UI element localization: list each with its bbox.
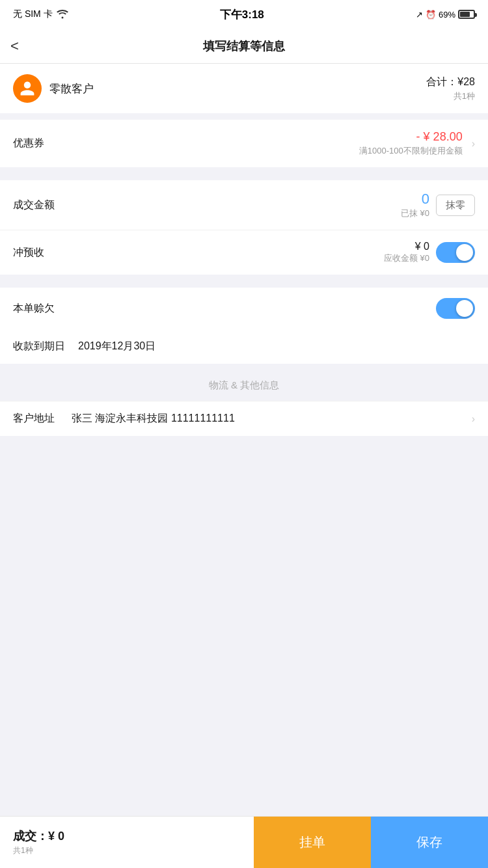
location-icon: ↗ <box>416 10 423 20</box>
bottom-bar: 成交：¥ 0 共1种 挂单 保存 <box>0 816 488 868</box>
debt-label: 本单赊欠 <box>13 302 55 316</box>
deal-amount-section: 成交金额 0 已抹 ¥0 抹零 冲预收 ¥ 0 应收金额 ¥0 <box>0 180 488 275</box>
deal-amount-value: 0 <box>401 191 429 208</box>
debt-toggle-knob <box>456 300 473 317</box>
bottom-count: 共1种 <box>13 845 241 856</box>
address-chevron-icon: › <box>472 413 475 425</box>
customer-name: 零散客户 <box>49 81 94 96</box>
due-date-value: 2019年12月30日 <box>78 340 156 353</box>
logistics-label: 物流 & 其他信息 <box>209 379 279 392</box>
battery-percent: 69% <box>439 10 455 20</box>
debt-section: 本单赊欠 收款到期日 2019年12月30日 <box>0 288 488 364</box>
coupon-desc: 满1000-100不限制使用金额 <box>359 145 463 157</box>
page-title: 填写结算等信息 <box>203 38 285 54</box>
hold-button[interactable]: 挂单 <box>254 817 371 869</box>
coupon-right: - ¥ 28.00 满1000-100不限制使用金额 › <box>359 130 475 157</box>
due-date-row: 收款到期日 2019年12月30日 <box>0 329 488 364</box>
debt-toggle[interactable] <box>436 298 475 319</box>
deal-amount-right: 0 已抹 ¥0 抹零 <box>401 191 475 219</box>
bottom-deal-label: 成交： <box>13 830 48 843</box>
customer-row: 零散客户 合计：¥28 共1种 <box>0 64 488 113</box>
toggle-knob <box>456 244 473 261</box>
total-count: 共1种 <box>426 90 475 102</box>
deal-amount-label: 成交金额 <box>13 198 55 212</box>
save-button[interactable]: 保存 <box>371 817 488 869</box>
avatar <box>13 74 42 103</box>
chevron-right-icon: › <box>472 138 475 150</box>
customer-left: 零散客户 <box>13 74 94 103</box>
back-button[interactable]: < <box>10 38 19 55</box>
section-divider-2 <box>0 281 488 288</box>
customer-summary: 合计：¥28 共1种 <box>426 75 475 102</box>
address-value: 张三 海淀永丰科技园 11111111111 <box>72 412 469 426</box>
status-time: 下午3:18 <box>220 7 264 22</box>
sim-status: 无 SIM 卡 <box>13 8 53 20</box>
prepay-value: ¥ 0 <box>384 241 429 252</box>
wifi-icon <box>57 10 68 19</box>
total-amount: 合计：¥28 <box>426 75 475 89</box>
debt-right <box>436 298 475 319</box>
address-label: 客户地址 <box>13 412 65 426</box>
bottom-deal-value: ¥ 0 <box>48 830 64 843</box>
round-zero-button[interactable]: 抹零 <box>436 195 475 216</box>
user-icon <box>19 80 36 97</box>
coupon-section[interactable]: 优惠券 - ¥ 28.00 满1000-100不限制使用金额 › <box>0 120 488 167</box>
alarm-icon: ⏰ <box>426 10 436 20</box>
prepay-sub: 应收金额 ¥0 <box>384 252 429 264</box>
coupon-row[interactable]: 优惠券 - ¥ 28.00 满1000-100不限制使用金额 › <box>0 120 488 167</box>
section-divider-1 <box>0 174 488 180</box>
status-left: 无 SIM 卡 <box>13 8 68 20</box>
bottom-deal-amount: 成交：¥ 0 <box>13 828 241 844</box>
deal-amount-row: 成交金额 0 已抹 ¥0 抹零 <box>0 180 488 230</box>
status-bar: 无 SIM 卡 下午3:18 ↗ ⏰ 69% <box>0 0 488 29</box>
due-date-label: 收款到期日 <box>13 340 65 353</box>
address-section[interactable]: 客户地址 张三 海淀永丰科技园 11111111111 › <box>0 401 488 436</box>
coupon-label: 优惠券 <box>13 137 44 150</box>
bottom-info: 成交：¥ 0 共1种 <box>0 828 254 856</box>
prepay-right: ¥ 0 应收金额 ¥0 <box>384 241 475 264</box>
nav-bar: < 填写结算等信息 <box>0 29 488 64</box>
prepay-row: 冲预收 ¥ 0 应收金额 ¥0 <box>0 230 488 275</box>
prepay-label: 冲预收 <box>13 246 44 260</box>
coupon-discount: - ¥ 28.00 <box>359 130 463 144</box>
battery-icon <box>458 10 475 19</box>
address-row[interactable]: 客户地址 张三 海淀永丰科技园 11111111111 › <box>0 401 488 436</box>
deal-amount-sub: 已抹 ¥0 <box>401 208 429 219</box>
logistics-divider: 物流 & 其他信息 <box>0 370 488 401</box>
content: 零散客户 合计：¥28 共1种 优惠券 - ¥ 28.00 满1000-100不… <box>0 64 488 501</box>
prepay-toggle[interactable] <box>436 242 475 263</box>
debt-row: 本单赊欠 <box>0 288 488 329</box>
status-right: ↗ ⏰ 69% <box>416 10 475 20</box>
